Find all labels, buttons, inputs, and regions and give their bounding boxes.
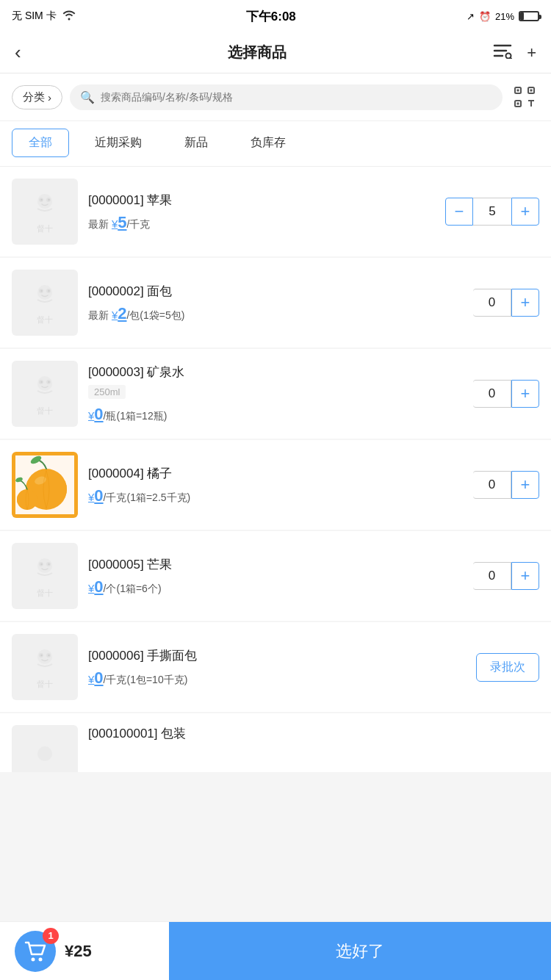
svg-line-4 (511, 57, 513, 59)
status-right: ↗ ⏰ 21% (467, 11, 539, 22)
scan-button[interactable] (510, 82, 539, 112)
cart-badge: 1 (43, 928, 59, 944)
product-name: [0000002] 面包 (88, 283, 463, 300)
product-thumbnail: 督十 (12, 270, 78, 336)
svg-point-34 (17, 490, 37, 509)
svg-point-44 (40, 654, 42, 655)
qty-input[interactable] (473, 562, 511, 590)
product-price: ¥0/千克(1箱=2.5千克) (88, 486, 463, 505)
svg-point-27 (48, 381, 49, 382)
product-thumbnail: 督十 (12, 634, 78, 700)
status-left: 无 SIM 卡 (12, 10, 76, 23)
svg-point-46 (37, 746, 52, 761)
svg-point-48 (39, 957, 43, 961)
wifi-icon (62, 10, 76, 23)
page-title: 选择商品 (228, 43, 287, 62)
category-label: 分类 (23, 90, 45, 104)
product-name: [0000005] 芒果 (88, 556, 463, 573)
battery-icon (519, 11, 539, 21)
svg-rect-10 (517, 103, 519, 105)
qty-plus-button[interactable]: + (511, 471, 539, 499)
svg-point-40 (48, 563, 49, 564)
qty-plus-button[interactable]: + (511, 380, 539, 408)
filter-row: 分类 › 🔍 (0, 73, 551, 121)
qty-plus-button[interactable]: + (511, 562, 539, 590)
product-info: [0000002] 面包 最新 ¥2/包(1袋=5包) (88, 283, 463, 323)
tab-all[interactable]: 全部 (12, 129, 69, 157)
product-info: [0000004] 橘子 ¥0/千克(1箱=2.5千克) (88, 465, 463, 505)
svg-point-45 (48, 654, 49, 655)
svg-point-22 (48, 289, 49, 291)
svg-point-16 (40, 198, 42, 200)
product-item: [0000004] 橘子 ¥0/千克(1箱=2.5千克) + (0, 440, 551, 530)
qty-input[interactable] (473, 471, 511, 499)
back-button[interactable]: ‹ (15, 41, 21, 64)
product-price: ¥0/瓶(1箱=12瓶) (88, 405, 463, 424)
product-name: [0000001] 苹果 (88, 192, 435, 209)
product-name: [000100001] 包装 (88, 725, 539, 742)
product-name: [0000003] 矿泉水 (88, 364, 463, 381)
qty-control: 录批次 (476, 653, 539, 682)
add-icon[interactable]: + (527, 43, 536, 62)
product-item-partial: [000100001] 包装 (0, 713, 551, 772)
tab-new[interactable]: 新品 (168, 129, 225, 157)
status-time: 下午6:08 (246, 8, 296, 25)
product-item: 督十 [0000006] 手撕面包 ¥0/千克(1包=10千克) 录批次 (0, 622, 551, 712)
qty-control: − + (445, 198, 539, 226)
product-thumbnail: 督十 (12, 543, 78, 609)
search-bar-container: 🔍 (70, 84, 503, 110)
product-info: [000100001] 包装 (88, 725, 539, 746)
tab-row: 全部 近期采购 新品 负库存 (0, 121, 551, 167)
product-price: 最新 ¥5/千克 (88, 213, 435, 232)
svg-point-39 (40, 563, 42, 564)
batch-button[interactable]: 录批次 (476, 653, 539, 682)
svg-rect-9 (530, 90, 533, 92)
bottom-bar: 1 ¥25 选好了 (0, 921, 551, 980)
product-price: 最新 ¥2/包(1袋=5包) (88, 304, 463, 323)
product-info: [0000006] 手撕面包 ¥0/千克(1包=10千克) (88, 647, 466, 688)
carrier-text: 无 SIM 卡 (12, 10, 57, 23)
qty-input[interactable] (473, 198, 511, 226)
product-price: ¥0/千克(1包=10千克) (88, 669, 466, 688)
product-info: [0000003] 矿泉水 250ml ¥0/瓶(1箱=12瓶) (88, 364, 463, 424)
tab-recent[interactable]: 近期采购 (78, 129, 159, 157)
cart-total: ¥25 (65, 942, 92, 961)
qty-minus-button[interactable]: − (445, 198, 473, 226)
product-name: [0000004] 橘子 (88, 465, 463, 482)
product-thumbnail: 督十 (12, 179, 78, 245)
qty-plus-button[interactable]: + (511, 289, 539, 317)
product-item: 督十 [0000002] 面包 最新 ¥2/包(1袋=5包) + (0, 258, 551, 347)
product-price: ¥0/个(1箱=6个) (88, 577, 463, 597)
svg-point-17 (48, 198, 49, 200)
svg-point-21 (40, 289, 42, 291)
product-item: 督十 [0000005] 芒果 ¥0/个(1箱=6个) + (0, 531, 551, 621)
product-list: 督十 [0000001] 苹果 最新 ¥5/千克 − + (0, 167, 551, 832)
cart-button[interactable]: 1 (15, 931, 56, 972)
cart-section: 1 ¥25 (0, 931, 169, 972)
qty-control: + (473, 562, 539, 590)
product-name: [0000006] 手撕面包 (88, 647, 466, 664)
alarm-icon: ⏰ (479, 11, 491, 22)
qty-control: + (473, 380, 539, 408)
tab-negative[interactable]: 负库存 (234, 129, 303, 157)
svg-point-26 (40, 381, 42, 382)
search-icon: 🔍 (80, 90, 95, 104)
product-spec: 250ml (88, 385, 126, 399)
product-thumbnail: 督十 (12, 361, 78, 427)
filter-icon[interactable] (493, 43, 512, 63)
qty-input[interactable] (473, 289, 511, 317)
status-bar: 无 SIM 卡 下午6:08 ↗ ⏰ 21% (0, 0, 551, 32)
svg-point-47 (32, 957, 35, 961)
nav-actions: + (493, 43, 536, 63)
confirm-button[interactable]: 选好了 (169, 922, 551, 981)
qty-input[interactable] (473, 380, 511, 408)
location-icon: ↗ (467, 11, 475, 22)
nav-bar: ‹ 选择商品 + (0, 32, 551, 73)
product-item: 督十 [0000003] 矿泉水 250ml ¥0/瓶(1箱=12瓶) + (0, 349, 551, 439)
category-chevron: › (48, 91, 51, 104)
qty-plus-button[interactable]: + (511, 198, 539, 226)
category-button[interactable]: 分类 › (12, 85, 62, 109)
search-input[interactable] (101, 91, 492, 103)
product-item: 督十 [0000001] 苹果 最新 ¥5/千克 − + (0, 167, 551, 256)
qty-control: + (473, 289, 539, 317)
